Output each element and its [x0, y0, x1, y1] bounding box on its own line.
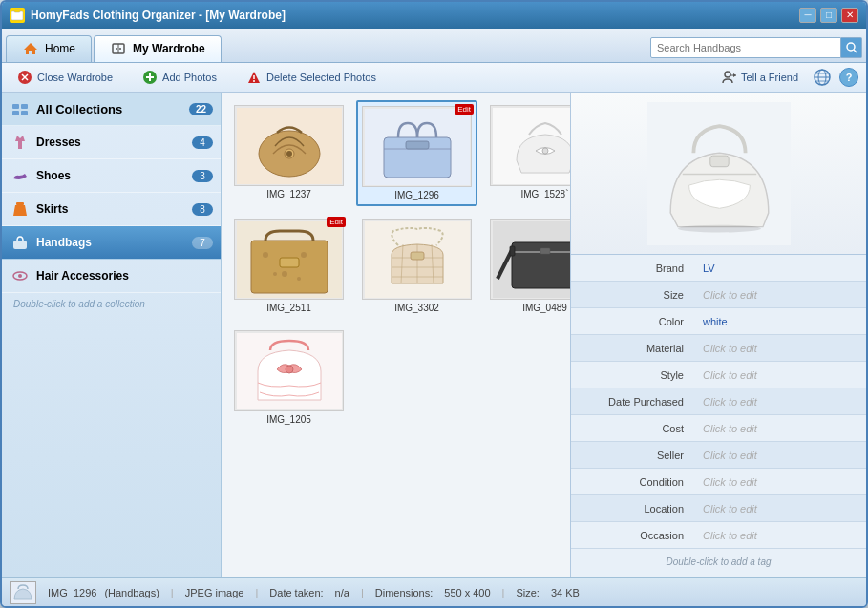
- photo-thumb: [362, 219, 472, 300]
- add-photos-button[interactable]: Add Photos: [135, 66, 223, 89]
- style-value[interactable]: Click to edit: [695, 366, 866, 385]
- photo-item[interactable]: IMG_0489: [485, 214, 570, 318]
- tab-wardrobe[interactable]: My Wardrobe: [94, 35, 222, 62]
- condition-label: Condition: [571, 476, 695, 488]
- tell-friend-button[interactable]: Tell a Friend: [715, 67, 805, 88]
- cost-label: Cost: [571, 423, 695, 434]
- delete-label: Delete Selected Photos: [266, 72, 376, 83]
- close-window-button[interactable]: ✕: [841, 8, 858, 23]
- detail-material: Material Click to edit: [571, 335, 866, 362]
- sidebar: All Collections 22 Dresses 4: [2, 93, 222, 577]
- hair-icon: [10, 265, 31, 286]
- search-area: [650, 37, 862, 58]
- sidebar-item-handbags[interactable]: Handbags 7: [2, 226, 221, 260]
- shoes-icon: [10, 165, 31, 186]
- handbags-icon: [10, 232, 31, 253]
- svg-rect-67: [510, 246, 515, 256]
- tabbar: Home My Wardrobe: [2, 29, 866, 63]
- svg-rect-25: [12, 104, 19, 109]
- material-value[interactable]: Click to edit: [695, 339, 866, 358]
- preview-image: [647, 102, 791, 245]
- globe-button[interactable]: [813, 68, 832, 87]
- app-icon: [10, 8, 25, 23]
- photo-item[interactable]: IMG_1528`: [485, 100, 570, 206]
- sidebar-item-dresses[interactable]: Dresses 4: [2, 126, 221, 159]
- hair-label: Hair Accessories: [36, 269, 213, 283]
- date-value[interactable]: Click to edit: [695, 392, 866, 411]
- dresses-count: 4: [192, 136, 213, 149]
- condition-value[interactable]: Click to edit: [695, 472, 866, 492]
- status-size-value: 34 KB: [551, 587, 580, 598]
- location-value[interactable]: Click to edit: [695, 499, 866, 518]
- sidebar-item-all[interactable]: All Collections 22: [2, 93, 221, 126]
- photo-thumb: [234, 330, 344, 411]
- wardrobe-icon: [110, 40, 127, 57]
- brand-value[interactable]: LV: [695, 259, 866, 278]
- add-photos-label: Add Photos: [162, 72, 217, 83]
- search-button[interactable]: [841, 37, 862, 58]
- sidebar-item-skirts[interactable]: Skirts 8: [2, 193, 221, 226]
- seller-value[interactable]: Click to edit: [695, 446, 866, 465]
- handbags-count: 7: [192, 237, 213, 249]
- size-label: Size: [571, 289, 695, 301]
- tabs: Home My Wardrobe: [6, 35, 222, 62]
- statusbar: IMG_1296 (Handbags) | JPEG image | Date …: [2, 577, 866, 606]
- dresses-icon: [10, 132, 31, 153]
- svg-rect-26: [21, 104, 28, 109]
- skirts-label: Skirts: [36, 202, 192, 216]
- photo-label: IMG_0489: [522, 303, 567, 313]
- detail-style: Style Click to edit: [571, 362, 866, 388]
- svg-rect-1: [14, 10, 20, 12]
- location-label: Location: [571, 503, 695, 514]
- svg-point-6: [119, 48, 121, 50]
- svg-point-49: [282, 271, 287, 277]
- close-wardrobe-icon: [16, 69, 33, 86]
- search-input[interactable]: [650, 37, 841, 58]
- sidebar-item-hair[interactable]: Hair Accessories: [2, 260, 221, 293]
- photos-grid: IMG_1237 Edit: [229, 100, 562, 430]
- minimize-button[interactable]: ─: [799, 8, 816, 23]
- occasion-value[interactable]: Click to edit: [695, 526, 866, 545]
- photo-item[interactable]: IMG_1237: [229, 100, 349, 206]
- close-wardrobe-label: Close Wardrobe: [37, 72, 113, 83]
- photo-item[interactable]: IMG_3302: [356, 214, 477, 318]
- help-button[interactable]: ?: [839, 68, 858, 87]
- size-value[interactable]: Click to edit: [695, 285, 866, 304]
- all-collections-icon: [10, 98, 31, 119]
- svg-rect-28: [21, 111, 28, 115]
- detail-cost: Cost Click to edit: [571, 415, 866, 442]
- close-wardrobe-button[interactable]: Close Wardrobe: [10, 66, 119, 89]
- photo-label: IMG_1528`: [520, 189, 568, 199]
- tag-hint[interactable]: Double-click to add a tag: [571, 549, 866, 575]
- titlebar-left: HomyFads Clothing Organizer - [My Wardro…: [10, 8, 286, 23]
- detail-date: Date Purchased Click to edit: [571, 388, 866, 415]
- photo-item[interactable]: Edit IM: [356, 100, 477, 206]
- svg-point-7: [847, 43, 855, 51]
- delete-icon: [245, 69, 263, 86]
- detail-color: Color white: [571, 308, 866, 335]
- color-value[interactable]: white: [695, 312, 866, 331]
- right-panel: Brand LV Size Click to edit Color white …: [570, 93, 866, 577]
- brand-label: Brand: [571, 262, 695, 274]
- photo-thumb: [490, 105, 570, 186]
- photo-item[interactable]: Edit: [229, 214, 349, 318]
- svg-rect-47: [280, 258, 299, 267]
- svg-point-74: [677, 225, 760, 233]
- all-collections-count: 22: [189, 103, 213, 115]
- details-area: Brand LV Size Click to edit Color white …: [571, 255, 866, 577]
- tab-home[interactable]: Home: [6, 35, 92, 62]
- svg-rect-29: [16, 202, 24, 205]
- maximize-button[interactable]: □: [820, 8, 837, 23]
- svg-point-17: [253, 80, 255, 82]
- photo-item[interactable]: IMG_1205: [229, 325, 349, 430]
- svg-point-48: [263, 252, 268, 258]
- svg-rect-30: [13, 241, 27, 249]
- detail-condition: Condition Click to edit: [571, 469, 866, 495]
- delete-button[interactable]: Delete Selected Photos: [239, 66, 383, 89]
- add-photos-icon: [141, 69, 159, 86]
- sidebar-item-shoes[interactable]: Shoes 3: [2, 159, 221, 193]
- status-dimensions-label: Dimensions:: [375, 587, 434, 598]
- photo-label: IMG_1205: [266, 414, 311, 425]
- detail-size: Size Click to edit: [571, 282, 866, 308]
- cost-value[interactable]: Click to edit: [695, 419, 866, 438]
